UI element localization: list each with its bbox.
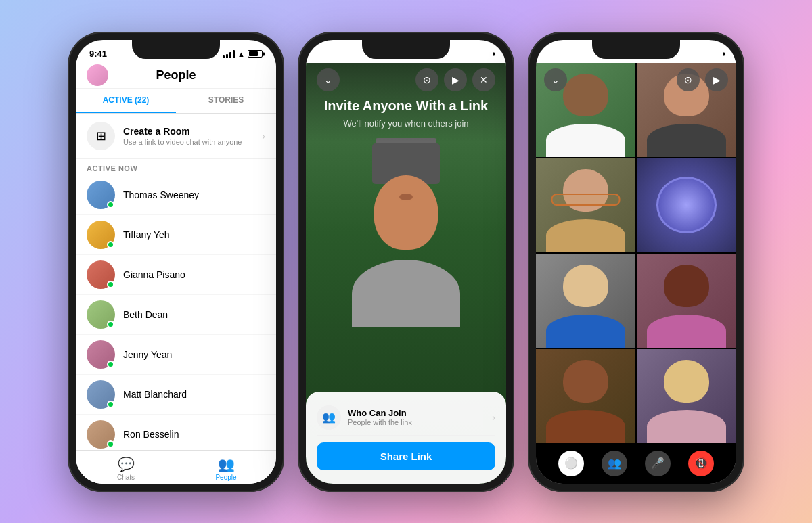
room-subtitle: Use a link to video chat with anyone (123, 138, 262, 146)
status-icons-1: ▲ (223, 50, 263, 58)
battery-fill-2 (479, 51, 488, 56)
people-tabs: ACTIVE (22) STORIES (76, 89, 276, 114)
contact-name: Tiffany Yeh (123, 229, 265, 240)
chevron-icon-join: › (492, 412, 495, 423)
contact-avatar-wrap (87, 420, 115, 449)
room-text: Create a Room Use a link to video chat w… (123, 126, 262, 146)
phone-1-screen: 9:41 ▲ People A (76, 40, 276, 484)
camera-flip-button[interactable]: ⊙ (415, 68, 438, 91)
status-time-3: 9:41 (549, 49, 567, 59)
phone-2: 9:41 ▲ (298, 32, 514, 492)
person-face-3 (536, 158, 635, 252)
video-button[interactable]: ▶ (444, 68, 467, 91)
create-room-item[interactable]: ⊞ Create a Room Use a link to video chat… (76, 114, 276, 159)
contact-name: Matt Blanchard (123, 389, 265, 400)
list-item[interactable]: Matt Blanchard (76, 375, 276, 415)
list-item[interactable]: Ron Besselin (76, 415, 276, 450)
tab-stories[interactable]: STORIES (176, 89, 276, 113)
minimize-button[interactable]: ⌄ (544, 68, 567, 91)
phone-3: 9:41 ▲ (528, 32, 744, 492)
tab-active[interactable]: ACTIVE (22) (76, 89, 176, 113)
battery-2 (478, 50, 493, 58)
join-text: Who Can Join People with the link (348, 408, 492, 426)
back-button[interactable]: ⌄ (317, 68, 340, 91)
list-item[interactable]: Beth Dean (76, 295, 276, 335)
ar-effect (656, 177, 716, 233)
chat-icon: 💬 (118, 456, 135, 472)
person-face-5 (536, 254, 635, 348)
camera-icon[interactable]: ⊙ (677, 68, 700, 91)
wifi-icon-3: ▲ (698, 50, 705, 58)
room-title: Create a Room (123, 126, 262, 137)
contact-avatar-wrap (87, 380, 115, 409)
signal-bars-3 (683, 50, 695, 58)
notch-2 (362, 40, 450, 59)
share-link-button[interactable]: Share Link (317, 442, 495, 470)
online-dot (107, 241, 114, 248)
phone2-content: ⌄ ⊙ ▶ ✕ Invite Anyone With a Link We'll … (306, 63, 506, 484)
contact-name: Jenny Yean (123, 349, 265, 360)
join-title: Who Can Join (348, 408, 492, 418)
grid-cell-5 (536, 254, 635, 348)
phone-2-screen: 9:41 ▲ (306, 40, 506, 484)
bottom-nav: 💬 Chats 👥 People (76, 450, 276, 484)
glasses-filter (551, 194, 621, 206)
who-can-join[interactable]: 👥 Who Can Join People with the link › (317, 400, 495, 436)
close-button[interactable]: ✕ (472, 68, 495, 91)
bottom-panel: 👥 Who Can Join People with the link › Sh… (306, 392, 506, 484)
grid-cell-4 (637, 158, 736, 252)
list-item[interactable]: Tiffany Yeh (76, 215, 276, 255)
video-icon[interactable]: ▶ (705, 68, 728, 91)
grid-cell-3 (536, 158, 635, 252)
phone1-content: People ACTIVE (22) STORIES ⊞ Create a Ro… (76, 63, 276, 484)
status-time-1: 9:41 (89, 49, 107, 59)
battery-3 (708, 50, 723, 58)
ctrl-btn-row: ⊙ ▶ ✕ (415, 68, 495, 91)
video-person (306, 104, 506, 362)
list-item[interactable]: Jenny Yean (76, 335, 276, 375)
notch-3 (592, 40, 680, 59)
battery-fill-1 (249, 51, 258, 56)
mute-button[interactable]: 🎤 (645, 451, 671, 476)
user-avatar[interactable] (87, 64, 108, 86)
nav-item-people[interactable]: 👥 People (176, 456, 276, 481)
online-dot (107, 440, 114, 448)
online-dot (107, 321, 114, 328)
list-item[interactable]: Thomas Sweeney (76, 175, 276, 215)
end-call-button[interactable]: 📵 (688, 451, 714, 476)
decline-button[interactable]: ⚪ (558, 451, 584, 476)
wifi-icon-2: ▲ (468, 50, 475, 58)
invite-subtitle: We'll notify you when others join (319, 118, 493, 129)
smile (398, 192, 414, 202)
call-controls: ⚪ 👥 🎤 📵 (536, 443, 736, 484)
online-dot (107, 201, 114, 208)
people-icon: 👥 (218, 456, 235, 472)
contact-name: Beth Dean (123, 309, 265, 320)
invite-title: Invite Anyone With a Link (319, 97, 493, 114)
person-face-6 (637, 254, 736, 348)
grid-cell-6 (637, 254, 736, 348)
contact-avatar-wrap (87, 221, 115, 249)
contact-avatar-wrap (87, 181, 115, 209)
body (352, 260, 460, 327)
people-header: People (76, 63, 276, 89)
online-dot (107, 401, 114, 408)
grid-cell-7 (536, 349, 635, 443)
person-face-7 (536, 349, 635, 443)
status-icons-3: ▲ (683, 50, 723, 58)
contact-name: Thomas Sweeney (123, 189, 265, 200)
person-container (345, 138, 467, 327)
signal-bars-2 (453, 50, 465, 58)
nav-item-chats[interactable]: 💬 Chats (76, 456, 176, 481)
list-item[interactable]: Gianna Pisano (76, 255, 276, 295)
online-dot (107, 281, 114, 288)
top-controls-3: ⌄ ⊙ ▶ (536, 68, 736, 91)
nav-chats-label: Chats (117, 474, 135, 481)
video-grid (536, 63, 736, 443)
wifi-icon-1: ▲ (238, 50, 245, 58)
status-time-2: 9:41 (319, 49, 337, 59)
active-now-label: ACTIVE NOW (76, 159, 276, 175)
room-icon: ⊞ (87, 122, 115, 150)
face (374, 175, 438, 250)
group-call-button[interactable]: 👥 (602, 451, 627, 476)
